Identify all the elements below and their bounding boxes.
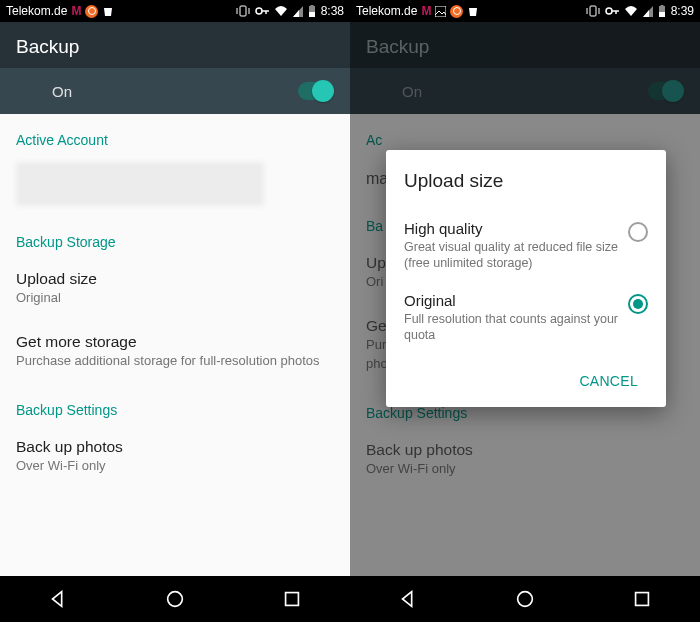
signal-icon [293,6,303,17]
app-icon-m: M [71,4,81,18]
shopping-icon [467,5,479,17]
option-sub: Full resolution that counts against your… [404,311,618,344]
option-title: Original [404,292,618,309]
home-icon[interactable] [514,588,536,610]
svg-rect-10 [285,593,298,606]
alarm-icon [450,5,463,18]
item-title: Get more storage [16,333,334,351]
wifi-icon [624,5,638,17]
nav-bar [350,576,700,622]
svg-rect-11 [435,6,446,17]
back-icon[interactable] [47,588,69,610]
switch-on[interactable] [298,82,332,100]
status-bar: Telekom.de M 8:38 [0,0,350,22]
section-backup-storage: Backup Storage [16,216,334,258]
upload-size-dialog: Upload size High quality Great visual qu… [386,150,666,407]
nav-bar [0,576,350,622]
option-high-quality[interactable]: High quality Great visual quality at red… [404,210,648,282]
signal-icon [643,6,653,17]
item-sub: Original [16,290,334,307]
recent-icon[interactable] [281,588,303,610]
svg-point-9 [168,592,183,607]
svg-rect-20 [660,5,663,7]
toggle-label: On [52,83,72,100]
appbar: Backup On [0,22,350,114]
carrier-label: Telekom.de [356,4,417,18]
dialog-title: Upload size [404,170,648,192]
backup-toggle-row[interactable]: On [0,68,350,114]
page-title: Backup [0,22,350,68]
section-active-account: Active Account [16,114,334,156]
backup-photos-item[interactable]: Back up photos Over Wi-Fi only [16,426,334,489]
clock-label: 8:39 [671,4,694,18]
app-icon-m: M [421,4,431,18]
vibrate-icon [236,5,250,17]
option-title: High quality [404,220,618,237]
key-icon [255,6,269,16]
option-sub: Great visual quality at reduced file siz… [404,239,618,272]
item-sub: Purchase additional storage for full-res… [16,353,334,370]
svg-point-21 [518,592,533,607]
wifi-icon [274,5,288,17]
back-icon[interactable] [397,588,419,610]
account-redacted [16,162,264,206]
shopping-icon [102,5,114,17]
svg-rect-7 [309,12,315,17]
key-icon [605,6,619,16]
cancel-button[interactable]: CANCEL [569,365,648,397]
svg-rect-0 [240,6,246,16]
radio-checked[interactable] [628,294,648,314]
recent-icon[interactable] [631,588,653,610]
svg-rect-12 [590,6,596,16]
image-icon [435,6,446,17]
svg-point-15 [606,8,612,14]
svg-point-3 [256,8,262,14]
alarm-icon [85,5,98,18]
upload-size-item[interactable]: Upload size Original [16,258,334,321]
item-title: Back up photos [16,438,334,456]
status-bar: Telekom.de M 8:39 [350,0,700,22]
battery-icon [658,5,666,17]
clock-label: 8:38 [321,4,344,18]
svg-rect-22 [635,593,648,606]
svg-rect-19 [659,12,665,17]
radio-unchecked[interactable] [628,222,648,242]
get-storage-item[interactable]: Get more storage Purchase additional sto… [16,321,334,384]
option-original[interactable]: Original Full resolution that counts aga… [404,282,648,354]
carrier-label: Telekom.de [6,4,67,18]
phone-right: Telekom.de M 8:39 Backup On [350,0,700,622]
battery-icon [308,5,316,17]
item-sub: Over Wi-Fi only [16,458,334,475]
section-backup-settings: Backup Settings [16,384,334,426]
item-title: Upload size [16,270,334,288]
vibrate-icon [586,5,600,17]
svg-rect-8 [310,5,313,7]
phone-left: Telekom.de M 8:38 Backup On Active Ac [0,0,350,622]
home-icon[interactable] [164,588,186,610]
